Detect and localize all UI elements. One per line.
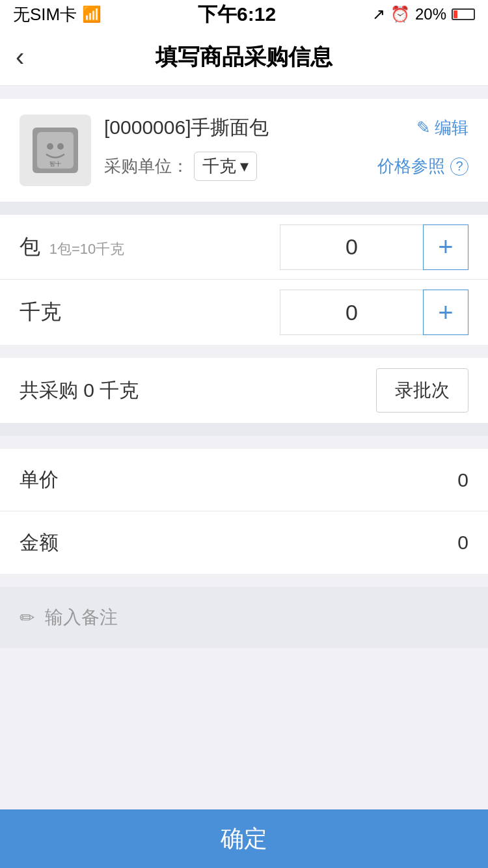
amount-value: 0 <box>457 532 468 554</box>
remark-placeholder[interactable]: 输入备注 <box>45 605 118 630</box>
battery-percent: 20% <box>415 5 446 23</box>
product-full-name: [0000006]手撕面包 <box>104 115 269 141</box>
back-button[interactable]: ‹ <box>16 42 24 72</box>
edit-button[interactable]: ✎ 编辑 <box>416 116 468 139</box>
price-info-section: 单价 0 金额 0 <box>0 449 488 574</box>
unit-selector-group: 采购单位： 千克 ▾ <box>104 152 257 181</box>
svg-point-1 <box>47 143 53 150</box>
wifi-icon: 📶 <box>82 5 102 23</box>
carrier-label: 无SIM卡 <box>13 3 77 26</box>
batch-record-button[interactable]: 录批次 <box>376 368 468 413</box>
dropdown-icon: ▾ <box>240 156 249 176</box>
quantity-bao-row: 包 1包=10千克 + <box>0 215 488 280</box>
product-name-row: [0000006]手撕面包 ✎ 编辑 <box>104 115 468 141</box>
summary-row: 共采购 0 千克 录批次 <box>0 358 488 423</box>
battery-indicator <box>452 8 475 20</box>
pencil-icon: ✏ <box>20 607 34 629</box>
price-ref-label: 价格参照 <box>377 155 445 178</box>
price-ref-button[interactable]: 价格参照 ? <box>377 155 468 178</box>
edit-icon: ✎ <box>416 118 431 138</box>
kg-quantity-input[interactable] <box>280 290 423 335</box>
page-title: 填写商品采购信息 <box>156 42 332 72</box>
price-ref-help-icon[interactable]: ? <box>450 157 468 176</box>
product-logo-svg: 智十 <box>37 132 74 169</box>
status-time: 下午6:12 <box>198 1 276 28</box>
svg-point-2 <box>57 143 64 150</box>
confirm-button[interactable]: 确定 <box>0 809 488 868</box>
bao-quantity-input[interactable] <box>280 224 423 270</box>
alarm-icon: ⏰ <box>390 5 410 23</box>
bao-label: 包 <box>20 235 40 258</box>
summary-text: 共采购 0 千克 <box>20 377 139 404</box>
kg-input-control: + <box>280 290 468 335</box>
unit-price-value: 0 <box>457 469 468 491</box>
unit-price-label: 单价 <box>20 467 59 493</box>
unit-price-row: 单价 0 <box>0 449 488 511</box>
battery-fill <box>454 10 457 18</box>
product-card: 智十 [0000006]手撕面包 ✎ 编辑 采购单位： 千克 ▾ 价格参照 ? <box>0 99 488 202</box>
bao-label-group: 包 1包=10千克 <box>20 233 124 262</box>
svg-text:智十: 智十 <box>49 161 61 167</box>
unit-dropdown[interactable]: 千克 ▾ <box>194 152 257 181</box>
quantity-section: 包 1包=10千克 + 千克 + <box>0 215 488 345</box>
amount-row: 金额 0 <box>0 511 488 574</box>
remark-section: ✏ 输入备注 <box>0 587 488 648</box>
kg-label: 千克 <box>20 298 61 327</box>
amount-label: 金额 <box>20 530 59 556</box>
product-thumbnail: 智十 <box>20 115 91 186</box>
product-info: [0000006]手撕面包 ✎ 编辑 采购单位： 千克 ▾ 价格参照 ? <box>104 115 468 181</box>
bao-sub-label: 1包=10千克 <box>49 241 125 257</box>
section-divider-1 <box>0 202 488 215</box>
unit-row: 采购单位： 千克 ▾ 价格参照 ? <box>104 152 468 181</box>
quantity-kg-row: 千克 + <box>0 280 488 345</box>
unit-label: 采购单位： <box>104 155 189 178</box>
unit-value: 千克 <box>202 155 236 178</box>
content-spacer <box>0 648 488 830</box>
battery-bar <box>452 8 475 20</box>
section-divider-2 <box>0 423 488 436</box>
edit-label: 编辑 <box>435 116 468 139</box>
kg-plus-button[interactable]: + <box>423 290 468 335</box>
product-thumb-logo: 智十 <box>33 128 78 173</box>
status-right: ↗ ⏰ 20% <box>372 5 475 23</box>
bao-input-control: + <box>280 224 468 270</box>
nav-bar: ‹ 填写商品采购信息 <box>0 29 488 86</box>
status-bar: 无SIM卡 📶 下午6:12 ↗ ⏰ 20% <box>0 0 488 29</box>
bao-plus-button[interactable]: + <box>423 224 468 270</box>
status-left: 无SIM卡 📶 <box>13 3 102 26</box>
location-icon: ↗ <box>372 5 385 23</box>
